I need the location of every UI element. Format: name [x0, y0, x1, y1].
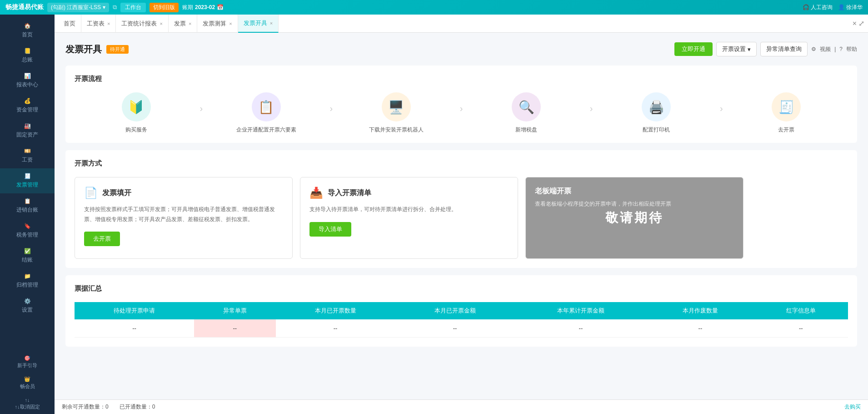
table-row: -- -- -- -- -- -- -- [75, 319, 848, 338]
sidebar-item-home[interactable]: 🏠 首页 [0, 18, 55, 43]
help-area: ⚙ 视频 | ? 帮助 [811, 45, 857, 53]
company-dropdown-icon[interactable]: ▾ [103, 4, 105, 10]
abnormal-query-button[interactable]: 异常清单查询 [760, 42, 808, 56]
tab-salary-report[interactable]: 工资统计报表 × [116, 15, 168, 33]
sidebar-item-ledger[interactable]: 📒 总账 [0, 43, 55, 68]
method-card-fill: 📄 发票填开 支持按照发票样式手工填写开发票；可开具增值税电子普通发票、增值税普… [75, 177, 293, 259]
member-icon: 👑 [24, 376, 30, 382]
tab-salary[interactable]: 工资表 × [81, 15, 116, 33]
page-header: 发票开具 待开通 立即开通 开票设置 ▾ 异常清单查询 ⚙ 视频 | ? [65, 42, 857, 56]
arrow-3: › [458, 103, 465, 114]
go-invoice-button[interactable]: 去开票 [84, 232, 120, 246]
enterprise-setup-icon: 📋 [258, 100, 274, 115]
method-card-old: 老板端开票 查看老板端小程序提交的开票申请，并作出相应处理开票 敬请期待 [525, 177, 743, 259]
username-label: 徐泽华 [846, 4, 863, 11]
col-header-3: 本月已开票金额 [395, 302, 515, 319]
process-step-download[interactable]: 🖥️ 下载并安装开票机器人 [334, 92, 458, 134]
sidebar-item-member[interactable]: 👑 畅会员 [0, 373, 55, 394]
sidebar-bottom: 🎯 新手引导 👑 畅会员 ↑↓ ↑↓取消固定 [0, 352, 55, 414]
tab-label: 首页 [64, 20, 75, 28]
open-settings-label: 开票设置 [722, 45, 746, 53]
sidebar-item-funds[interactable]: 💰 资金管理 [0, 93, 55, 118]
page-title: 发票开具 [65, 43, 102, 56]
period-selector[interactable]: 账期 2023-02 📅 [182, 4, 224, 11]
archive-icon: 📁 [24, 273, 31, 279]
col-header-0: 待处理开票申请 [75, 302, 194, 319]
fill-invoice-desc: 支持按照发票样式手工填写开发票；可开具增值税电子普通发票、增值税普通发票、增值税… [84, 205, 283, 224]
sidebar-item-tax[interactable]: 🔖 税务管理 [0, 218, 55, 243]
tab-close-icon[interactable]: × [270, 20, 273, 26]
open-settings-button[interactable]: 开票设置 ▾ [716, 42, 757, 56]
sidebar-item-archive[interactable]: 📁 归档管理 [0, 268, 55, 293]
reports-icon: 📊 [24, 73, 31, 79]
tab-close-icon[interactable]: × [189, 21, 191, 26]
company-selector[interactable]: (勾副) 江西服室-LSS ▾ [47, 3, 109, 12]
config-printer-icon-wrap: 🖨️ [642, 92, 671, 121]
process-step-enterprise[interactable]: 📋 企业开通配置开票六要素 [205, 92, 328, 134]
remaining-label: 剩余可开通数量：0 [62, 403, 109, 411]
sidebar-item-invoice-mgmt[interactable]: 🧾 发票管理 [0, 168, 55, 193]
tab-label: 发票 [174, 20, 186, 28]
workbench-button[interactable]: 工作台 [120, 3, 146, 12]
sidebar-item-label: 归档管理 [16, 281, 38, 289]
close-window-icon[interactable]: × [853, 20, 857, 28]
process-step-buy[interactable]: 🔰 购买服务 [75, 92, 198, 134]
top-bar-right: 🎧 人工咨询 👤 徐泽华 [803, 4, 863, 11]
sidebar-item-purchase-sales[interactable]: 📋 进销台账 [0, 193, 55, 218]
bottom-bar: 剩余可开通数量：0 已开通数量：0 去购买 [55, 399, 868, 414]
buy-service-icon-wrap: 🔰 [122, 92, 151, 121]
tab-close-icon[interactable]: × [229, 21, 232, 26]
sidebar-item-label: 发票管理 [16, 181, 38, 189]
tab-close-icon[interactable]: × [160, 21, 162, 26]
period-value: 2023-02 [195, 4, 215, 10]
cell-3: -- [395, 319, 515, 338]
old-version-button[interactable]: 切到旧版 [150, 3, 179, 12]
config-printer-label: 配置打印机 [643, 126, 670, 134]
tab-close-icon[interactable]: × [107, 21, 110, 26]
pin-toggle[interactable]: ↑↓ ↑↓取消固定 [0, 394, 55, 414]
purchase-sales-icon: 📋 [24, 198, 31, 204]
period-calendar-icon[interactable]: 📅 [217, 4, 224, 10]
method-card-import: 📥 导入开票清单 支持导入待开票清单，可对待开票清单进行拆分、合并处理。 导入清… [300, 177, 518, 259]
sidebar-item-label: 设置 [22, 306, 33, 314]
tab-invoice[interactable]: 发票 × [169, 15, 197, 33]
buy-link[interactable]: 去购买 [844, 403, 861, 411]
sidebar-item-label: 固定资产 [16, 131, 38, 139]
download-robot-icon-wrap: 🖥️ [382, 92, 411, 121]
cell-0: -- [75, 319, 194, 338]
sidebar-item-settings[interactable]: ⚙️ 设置 [0, 293, 55, 318]
sidebar: 🏠 首页 📒 总账 📊 报表中心 💰 资金管理 🏭 固定资产 💴 工资 🧾 发票… [0, 15, 55, 414]
process-step-printer[interactable]: 🖨️ 配置打印机 [594, 92, 718, 134]
customer-service-button[interactable]: 🎧 人工咨询 [803, 4, 833, 11]
tab-invoice-tool[interactable]: 发票开具 × [238, 15, 279, 33]
sidebar-item-salary[interactable]: 💴 工资 [0, 143, 55, 168]
sidebar-item-reports[interactable]: 📊 报表中心 [0, 68, 55, 93]
import-list-button[interactable]: 导入清单 [309, 222, 351, 237]
avatar[interactable]: 👤 徐泽华 [838, 4, 863, 11]
process-step-taxbox[interactable]: 🔍 新增税盘 [464, 92, 588, 134]
cell-1: -- [194, 319, 276, 338]
video-icon[interactable]: ⚙ [811, 46, 816, 52]
tab-home[interactable]: 首页 [58, 15, 81, 33]
coming-soon-overlay: 敬请期待 [526, 177, 743, 258]
process-section-title: 开票流程 [75, 75, 848, 83]
sidebar-item-checkout[interactable]: ✅ 结账 [0, 243, 55, 268]
copy-icon[interactable]: ⧉ [113, 4, 117, 11]
enterprise-setup-icon-wrap: 📋 [252, 92, 281, 121]
open-now-button[interactable]: 立即开通 [674, 42, 713, 56]
page-content: 发票开具 待开通 立即开通 开票设置 ▾ 异常清单查询 ⚙ 视频 | ? [55, 33, 868, 399]
arrow-5: › [718, 103, 725, 114]
sidebar-item-assets[interactable]: 🏭 固定资产 [0, 118, 55, 143]
tab-invoice-calc[interactable]: 发票测算 × [197, 15, 238, 33]
sidebar-item-newbie[interactable]: 🎯 新手引导 [0, 352, 55, 373]
add-taxbox-label: 新增税盘 [515, 126, 537, 134]
download-robot-icon: 🖥️ [388, 100, 404, 115]
newbie-icon: 🎯 [24, 355, 30, 361]
restore-window-icon[interactable]: ⤢ [858, 19, 864, 28]
sidebar-item-label: 工资 [22, 156, 33, 164]
process-step-issue[interactable]: 🧾 去开票 [725, 92, 848, 134]
tab-label: 发票测算 [203, 20, 226, 28]
assets-icon: 🏭 [24, 123, 31, 129]
checkout-icon: ✅ [24, 248, 31, 254]
help-icon[interactable]: ? [839, 46, 843, 52]
